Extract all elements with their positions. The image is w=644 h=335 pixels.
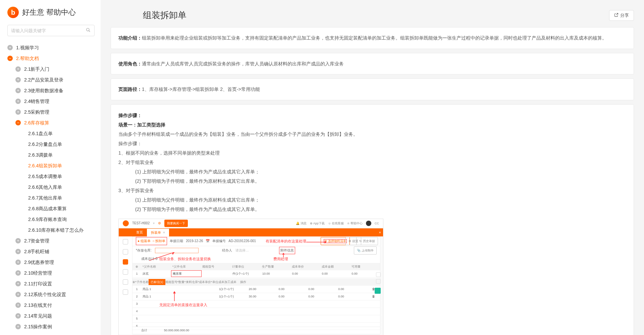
step-2b: (2) 下部明细为子件明细，最终作为原材料生成其它出库单。 xyxy=(118,176,626,186)
plus-icon: + xyxy=(15,88,21,93)
op-label: 操作步骤： xyxy=(118,139,626,148)
ss-child-row: 2用品 11(1个=1个)30.000.000.000.00🗑 xyxy=(132,293,380,300)
nav-2-11[interactable]: +2.11打印设置 xyxy=(7,278,94,289)
nav-2-6[interactable]: −2.6库存核算 xyxy=(7,117,94,128)
brand-row: b 好生意 帮助中心 xyxy=(7,7,94,18)
nav-2-6-7[interactable]: 2.6.7其他出库单 xyxy=(7,192,94,203)
scene1-label: 场景一：加工类型选择 xyxy=(118,122,165,127)
nav-2-6-10[interactable]: 2.6.10库存账本错了怎么办 xyxy=(7,225,94,235)
nav-1[interactable]: +1.视频学习 xyxy=(7,42,94,53)
brand-title: 好生意 帮助中心 xyxy=(22,7,76,17)
scene1-text: 当由多个子件材料组装成一个成品的业务为【组装】业务，当由一个父件拆分成多个子产品… xyxy=(118,129,626,139)
brand-logo: b xyxy=(7,7,19,18)
page-title: 组装拆卸单 xyxy=(111,9,186,21)
ss-nav-icon xyxy=(123,279,128,285)
ss-close-icon: × xyxy=(379,229,381,236)
nav-2-3[interactable]: +2.3使用前数据准备 xyxy=(7,85,94,96)
ss-tab-current: 拆装单 × xyxy=(147,229,169,237)
nav-2-6-4[interactable]: 2.6.4组装拆卸单 xyxy=(7,160,94,171)
nav-2-10[interactable]: +2.10经营管理 xyxy=(7,268,94,278)
sidebar: b 好生意 帮助中心 +1.视频学习 −2.帮助文档 +2.1新手入门 +2.2… xyxy=(0,0,101,335)
nav-2-14[interactable]: +2.14常见问题 xyxy=(7,311,94,321)
ss-logo-icon xyxy=(123,220,129,226)
nav-2-7[interactable]: +2.7资金管理 xyxy=(7,235,94,246)
nav-2-6-3[interactable]: 2.6.3调拨单 xyxy=(7,150,94,160)
ss-body: ● 组装单 ○ 拆卸单 单据日期 2019-12-26📅 单据编号 AD-201… xyxy=(132,236,380,334)
nav-2-6-1[interactable]: 2.6.1盘点单 xyxy=(7,128,94,139)
nav-2-12[interactable]: +2.12系统个性化设置 xyxy=(7,289,94,300)
ss-account: TEST-H002 xyxy=(132,220,150,227)
nav-2-6-2[interactable]: 2.6.2分量盘点单 xyxy=(7,139,94,150)
ss-tabs: 首页 拆装单 × × xyxy=(119,228,383,236)
plus-icon: + xyxy=(15,66,21,72)
plus-icon: + xyxy=(15,249,21,254)
step-1: 1、根据不同的业务，选择不同单据的类型来处理 xyxy=(118,148,626,158)
ss-form-row: *存放仓库: 经办人请选择… 附件信息 📎 上传附件 xyxy=(132,246,380,255)
nav-2-4[interactable]: +2.4销售管理 xyxy=(7,96,94,107)
nav-2-6-9[interactable]: 2.6.9库存账本查询 xyxy=(7,214,94,225)
ss-nav-icon xyxy=(123,249,128,255)
nav-2-6-6[interactable]: 2.6.6其他入库单 xyxy=(7,182,94,192)
role-label: 使用角色： xyxy=(118,61,142,66)
plus-icon: + xyxy=(15,270,21,276)
nav-2-6-8[interactable]: 2.6.8商品成本重算 xyxy=(7,203,94,214)
ss-parent-header: ⊕*父件名称*父件仓库规格型号计量单位生产数量成本单价成本金额可用量 xyxy=(132,263,380,270)
nav-tree: +1.视频学习 −2.帮助文档 +2.1新手入门 +2.2产品安装及登录 +2.… xyxy=(7,42,94,332)
plus-icon: + xyxy=(15,99,21,104)
plus-icon: + xyxy=(15,77,21,82)
step-3a: (1) 上部明细为父件明细，最终作为原材料生成其它出库单； xyxy=(118,195,626,205)
ss-left-iconbar xyxy=(119,236,132,334)
role-card: 使用角色：通常由生产人员或库管人员完成拆装业务的操作，库管人员确认原材料的出库和… xyxy=(111,53,634,75)
ss-empty-row: 5 xyxy=(132,315,380,323)
ss-cost-row: 成本总计 0 组装业务、拆卸业务在这里切换 费用处理 xyxy=(132,255,380,263)
embedded-screenshot: TEST-H002 ▾ ⚙ 我要购买一下 🔔 消息 ⊕ App下载 ☺ 在线客服… xyxy=(118,219,383,335)
nav-2-5[interactable]: +2.5采购管理 xyxy=(7,107,94,117)
plus-icon: + xyxy=(15,302,21,308)
ss-buy-button: 我要购买一下 xyxy=(164,220,188,227)
minus-icon: − xyxy=(7,56,13,61)
share-button[interactable]: 分享 xyxy=(609,10,634,21)
ss-side-icons xyxy=(376,272,381,284)
ss-footer: 合计50.000.000.000.00 xyxy=(132,327,380,334)
nav-2-1[interactable]: +2.1新手入门 xyxy=(7,64,94,74)
ss-empty-row: 4 xyxy=(132,308,380,315)
plus-icon: + xyxy=(15,109,21,115)
nav-2-9[interactable]: +2.9优惠券管理 xyxy=(7,257,94,268)
intro-text: 组装拆卸单用来处理企业组装或拆卸等加工业务，支持有固定装配清单的产品加工业务，也… xyxy=(142,35,607,41)
nav-2-15[interactable]: +2.15操作案例 xyxy=(7,321,94,332)
ss-annotation: 费用处理 xyxy=(273,255,288,263)
role-text: 通常由生产人员或库管人员完成拆装业务的操作，库管人员确认原材料的出库和产成品的入… xyxy=(142,61,344,66)
ss-annotation: 有装配清单的在这里处理 xyxy=(266,237,306,245)
ss-expand-icon xyxy=(375,288,381,294)
svg-line-1 xyxy=(89,31,90,32)
search-box xyxy=(7,25,94,36)
search-input[interactable] xyxy=(7,25,95,36)
steps-label: 操作步骤： xyxy=(118,113,142,118)
steps-card: 操作步骤： 场景一：加工类型选择 当由多个子件材料组装成一个成品的业务为【组装】… xyxy=(111,104,634,335)
plus-icon: + xyxy=(15,313,21,319)
nav-2-8[interactable]: +2.8手机旺铺 xyxy=(7,246,94,257)
nav-2-2[interactable]: +2.2产品安装及登录 xyxy=(7,74,94,85)
minus-icon: − xyxy=(15,120,21,125)
ss-nav-icon xyxy=(123,289,128,295)
step-2: 2、对于组装业务 xyxy=(118,158,626,167)
nav-2-6-5[interactable]: 2.6.5成本调整单 xyxy=(7,171,94,182)
path-card: 页面路径：1、库存核算->库存管理->组装拆卸单 2、首页->常用功能 xyxy=(111,78,634,100)
nav-2-13[interactable]: +2.13在线支付 xyxy=(7,300,94,311)
plus-icon: + xyxy=(15,281,21,286)
plus-icon: + xyxy=(15,292,21,297)
ss-nav-icon xyxy=(123,259,128,265)
path-label: 页面路径： xyxy=(118,87,142,92)
share-icon xyxy=(614,13,619,18)
intro-label: 功能介绍： xyxy=(118,35,142,41)
ss-nav-icon xyxy=(123,269,128,275)
step-2a: (1) 上部明细为父件明细，最终作为产成品生成其它入库单； xyxy=(118,167,626,176)
calendar-icon: 📅 xyxy=(206,238,210,244)
page-header: 组装拆卸单 分享 xyxy=(111,0,634,27)
search-icon[interactable] xyxy=(86,28,91,34)
ss-child-header: ⊕*子件名称已标注(1)规格型号*数量*来料仓库*成本单价*单位成本加工成本操作 xyxy=(132,278,380,286)
ss-avatar-icon xyxy=(366,221,371,226)
intro-card: 功能介绍：组装拆卸单用来处理企业组装或拆卸等加工业务，支持有固定装配清单的产品加… xyxy=(111,27,634,49)
nav-2[interactable]: −2.帮助文档 xyxy=(7,53,94,64)
step-3b: (2) 下部明细为子件明细，最终作为产成品生成其它入库单。 xyxy=(118,205,626,214)
